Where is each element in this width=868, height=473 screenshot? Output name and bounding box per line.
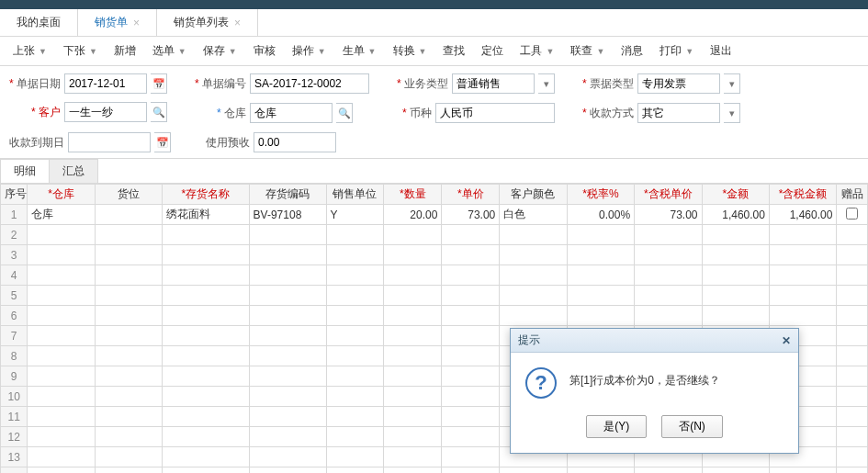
yes-button[interactable]: 是(Y) [586,415,647,438]
dialog-body: ? 第[1]行成本价为0，是否继续？ [511,353,798,408]
dialog-title: 提示 [518,332,540,348]
no-button-label: 否(N) [679,420,705,433]
question-icon: ? [525,367,557,399]
dialog-message: 第[1]行成本价为0，是否继续？ [569,367,720,389]
no-button[interactable]: 否(N) [661,415,723,438]
confirm-dialog: 提示 ✕ ? 第[1]行成本价为0，是否继续？ 是(Y) 否(N) [510,328,799,454]
yes-button-label: 是(Y) [603,420,629,433]
dialog-mask: 提示 ✕ ? 第[1]行成本价为0，是否继续？ 是(Y) 否(N) [0,0,868,473]
dialog-titlebar: 提示 ✕ [511,329,798,353]
dialog-buttons: 是(Y) 否(N) [511,408,798,453]
close-icon[interactable]: ✕ [782,334,791,347]
